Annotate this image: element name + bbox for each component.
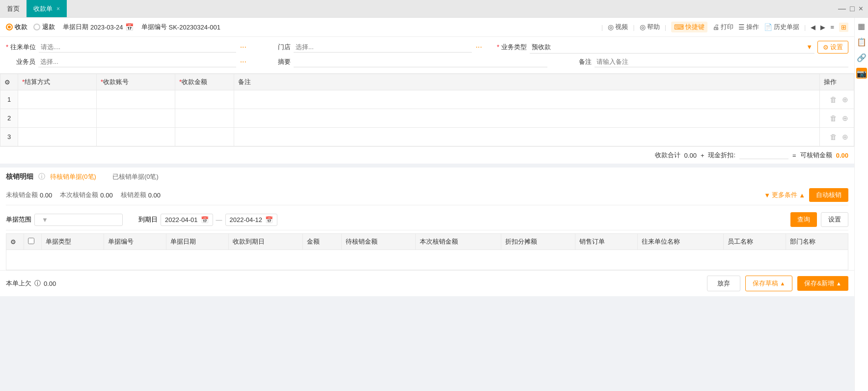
window-close-icon[interactable]: ×: [859, 4, 863, 13]
nav-prev-icon[interactable]: ◀: [811, 24, 815, 31]
bottom-col-sales-order: 销售订单: [575, 234, 638, 250]
copy-row-2-icon[interactable]: ⊕: [842, 114, 848, 122]
summary-field: 摘要: [261, 56, 547, 67]
table-section: ⚙ *结算方式 *收款账号 *收款金额 备注: [0, 74, 854, 146]
video-btn[interactable]: ◎ 视频: [608, 23, 628, 31]
bottom-col-settings[interactable]: ⚙: [6, 234, 24, 250]
window-minimize-icon[interactable]: —: [838, 4, 846, 13]
equals-sign: =: [792, 152, 796, 159]
radio-refund-label: 退款: [42, 23, 55, 31]
query-button[interactable]: 查询: [790, 212, 817, 227]
calendar-icon[interactable]: 📅: [125, 23, 134, 31]
stat-unchecked-value: 0.00: [40, 192, 52, 199]
this-bill-info-icon[interactable]: ⓘ: [34, 279, 41, 288]
biz-type-select[interactable]: 预收款 ▼: [530, 41, 814, 54]
nav-next-icon[interactable]: ▶: [820, 24, 825, 31]
shortcut-label: 快捷键: [685, 23, 705, 31]
more-conditions-btn[interactable]: ▼ 更多条件 ▲: [764, 191, 805, 199]
copy-row-1-icon[interactable]: ⊕: [842, 95, 848, 104]
counterpart-input[interactable]: [39, 42, 236, 53]
sidebar-icon-table[interactable]: 📋: [856, 36, 867, 47]
date-end-cal-icon[interactable]: 📅: [265, 216, 273, 223]
biz-type-field: * 业务类型 预收款 ▼ ⚙ 设置: [497, 41, 848, 54]
col-settings-header[interactable]: ⚙: [0, 74, 18, 90]
abandon-button[interactable]: 放弃: [707, 276, 740, 291]
settings-button[interactable]: ⚙ 设置: [817, 41, 848, 54]
cell-amount-3[interactable]: [175, 128, 234, 146]
tab-home[interactable]: 首页: [0, 0, 27, 17]
help-btn[interactable]: ◎ 帮助: [640, 23, 660, 31]
cell-remark-1[interactable]: [234, 90, 820, 109]
bill-no-label: 单据编号: [141, 23, 167, 31]
nav-list-icon[interactable]: ≡: [830, 24, 834, 31]
action-cell-1: 🗑 ⊕: [820, 90, 854, 109]
cell-account-2[interactable]: [97, 109, 175, 128]
sidebar-icon-camera[interactable]: 📷: [856, 68, 867, 79]
draft-button[interactable]: 保存草稿 ▲: [745, 276, 793, 291]
tab-active[interactable]: 收款单 ×: [27, 0, 67, 17]
cell-settlement-2[interactable]: [18, 109, 97, 128]
stat-this-verify-label: 本次核销金额: [60, 191, 98, 199]
date-start-cal-icon[interactable]: 📅: [201, 216, 209, 223]
tab-bar-right: — □ ×: [838, 4, 868, 13]
row-num-2: 2: [0, 109, 18, 128]
bill-range-select[interactable]: ▼: [34, 214, 123, 226]
operation-label: 操作: [746, 23, 759, 31]
cell-remark-3[interactable]: [234, 128, 820, 146]
setting-button-2[interactable]: 设置: [821, 212, 848, 227]
delete-row-2-icon[interactable]: 🗑: [830, 114, 837, 122]
nav-grid-icon[interactable]: ⊞: [839, 23, 848, 32]
operation-icon: ☰: [738, 23, 745, 31]
select-all-checkbox[interactable]: [28, 238, 34, 244]
salesperson-input[interactable]: [38, 56, 236, 67]
history-btn[interactable]: 📄 历史单据: [764, 23, 799, 31]
cell-remark-2[interactable]: [234, 109, 820, 128]
date-value: 2023-03-24: [90, 24, 123, 31]
delete-row-3-icon[interactable]: 🗑: [830, 133, 837, 141]
radio-refund[interactable]: 退款: [33, 23, 55, 31]
bottom-col-check: [24, 234, 42, 250]
copy-row-3-icon[interactable]: ⊕: [842, 133, 848, 141]
store-input[interactable]: [294, 42, 472, 53]
bottom-col-due-date: 收款到期日: [228, 234, 302, 250]
salesperson-more-icon[interactable]: ···: [240, 57, 246, 66]
remark-input[interactable]: [595, 56, 848, 67]
date-start-value[interactable]: 2022-04-01: [165, 216, 198, 223]
operation-btn[interactable]: ☰ 操作: [738, 23, 759, 31]
delete-row-1-icon[interactable]: 🗑: [830, 95, 837, 104]
auto-verify-btn[interactable]: 自动核销: [809, 188, 848, 202]
cell-account-1[interactable]: [97, 90, 175, 109]
cell-amount-1[interactable]: [175, 90, 234, 109]
store-more-icon[interactable]: ···: [476, 43, 482, 52]
cell-amount-2[interactable]: [175, 109, 234, 128]
counterpart-more-icon[interactable]: ···: [240, 43, 246, 52]
verify-tab-done[interactable]: 已核销单据(0笔): [112, 172, 159, 181]
cell-settlement-1[interactable]: [18, 90, 97, 109]
cell-settlement-3[interactable]: [18, 128, 97, 146]
sidebar-icon-link[interactable]: 🔗: [856, 52, 867, 63]
date-start-field: 2022-04-01 📅: [161, 214, 213, 226]
summary-input[interactable]: [294, 56, 547, 67]
print-btn[interactable]: 🖨 打印: [712, 23, 733, 31]
verify-tab-pending[interactable]: 待核销单据(0笔): [50, 172, 96, 181]
date-label: 单据日期: [63, 23, 88, 31]
date-end-value[interactable]: 2022-04-12: [230, 216, 263, 223]
total-label: 收款合计: [655, 151, 680, 160]
stat-this-verify-value: 0.00: [100, 192, 112, 199]
verify-info-icon[interactable]: ⓘ: [38, 172, 45, 181]
help-icon: ◎: [640, 23, 646, 31]
sidebar-icon-grid[interactable]: ▦: [856, 21, 867, 31]
window-maximize-icon[interactable]: □: [850, 4, 855, 13]
discount-label: 现金折扣:: [708, 151, 735, 160]
shortcut-btn[interactable]: ⌨ 快捷键: [671, 22, 707, 32]
table-row: 3 🗑 ⊕: [0, 128, 854, 146]
cell-account-3[interactable]: [97, 128, 175, 146]
col-amount: *收款金额: [175, 74, 234, 90]
radio-receipt[interactable]: 收款: [6, 23, 27, 31]
history-label: 历史单据: [774, 23, 799, 31]
remark-field: 备注: [562, 56, 848, 67]
discount-input[interactable]: [739, 151, 788, 159]
tab-close-icon[interactable]: ×: [56, 5, 60, 12]
save-button[interactable]: 保存&新增 ▲: [797, 276, 848, 291]
bill-range-arrow-icon: ▼: [42, 216, 48, 223]
